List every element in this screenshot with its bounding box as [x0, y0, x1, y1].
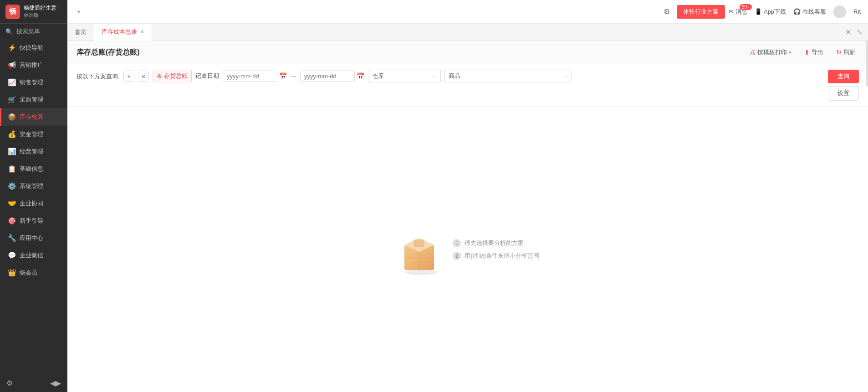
tab-inventory-ledger[interactable]: 库存成本总账 ✕ — [94, 24, 152, 41]
message-button[interactable]: ✉ 消息 99+ — [729, 8, 747, 16]
user-avatar[interactable] — [833, 5, 846, 18]
sidebar-item-guide[interactable]: 🎯 新手引导 — [0, 212, 67, 229]
settings-footer-icon[interactable]: ⚙ — [6, 379, 13, 387]
topbar-right: ✉ 消息 99+ 📱 App下载 🎧 在线客服 Rit — [729, 5, 861, 18]
page-title: 库存总账(存货总账) — [77, 48, 140, 57]
filter-add-button[interactable]: + — [123, 71, 134, 81]
page-header-actions: 🖨 按模板打印 ▾ ⬆ 导出 ↻ 刷新 — [745, 46, 859, 58]
app-logo-icon: 畅 — [5, 5, 20, 19]
sales-icon: 📈 — [8, 78, 16, 87]
app-download-button[interactable]: 📱 App下载 — [755, 8, 786, 16]
main-area: ▾ ⚙ 体验行业方案 ✉ 消息 99+ 📱 App下载 🎧 在线客服 Rit — [67, 0, 868, 392]
date-to-group: 📅 — [300, 71, 364, 82]
sidebar-item-quick-nav[interactable]: ⚡ 快捷导航 — [0, 39, 67, 56]
date-from-input[interactable] — [223, 71, 277, 82]
operation-icon: 📊 — [8, 148, 16, 156]
page-content: 库存总账(存货总账) 🖨 按模板打印 ▾ ⬆ 导出 ↻ 刷新 按以下方案查询 — [67, 41, 868, 392]
username-label: Rit — [853, 8, 861, 15]
audio-footer-icon[interactable]: ◀▶ — [50, 379, 61, 387]
close-panel-icon[interactable]: ✕ — [843, 26, 853, 38]
sidebar-item-operation[interactable]: 📊 经营管理 — [0, 143, 67, 160]
calendar-from-icon[interactable]: 📅 — [279, 72, 287, 80]
print-icon: 🖨 — [749, 49, 756, 56]
sidebar-item-marketing[interactable]: 📢 营销推广 — [0, 56, 67, 74]
sidebar-item-apps[interactable]: 🔧 应用中心 — [0, 229, 67, 247]
expand-icon[interactable]: ⤡ — [855, 26, 864, 38]
sidebar-item-inventory[interactable]: 📦 库存核算 — [0, 108, 67, 126]
search-icon: 🔍 — [5, 28, 13, 35]
topbar: ▾ ⚙ 体验行业方案 ✉ 消息 99+ 📱 App下载 🎧 在线客服 Rit — [67, 0, 868, 24]
tab-bar: 首页 库存成本总账 ✕ ✕ ⤡ — [67, 24, 868, 41]
svg-rect-7 — [414, 239, 424, 247]
tab-home[interactable]: 首页 — [67, 24, 94, 41]
hint-num-2: 2 — [453, 252, 461, 260]
refresh-icon: ↻ — [836, 49, 842, 56]
sidebar-item-purchase[interactable]: 🛒 采购管理 — [0, 91, 67, 108]
empty-content: 1 请先选择要分析的方案 2 用[过滤]条件来缩小分析范围 — [396, 227, 539, 272]
empty-text: 1 请先选择要分析的方案 2 用[过滤]条件来缩小分析范围 — [453, 239, 539, 260]
warehouse-selector[interactable]: 仓库 ··· — [368, 70, 441, 82]
marketing-icon: 📢 — [8, 61, 16, 69]
refresh-button[interactable]: ↻ 刷新 — [832, 46, 859, 58]
sidebar: 畅 畅捷通好生意 标准版 🔍 搜索菜单 ⚡ 快捷导航 📢 营销推广 📈 销售管理… — [0, 0, 67, 392]
member-icon: 👑 — [8, 269, 16, 277]
print-template-button[interactable]: 🖨 按模板打印 ▾ — [745, 46, 795, 58]
filter-scheme-tag[interactable]: ⊕ 存货总账 — [153, 70, 192, 82]
sidebar-item-finance[interactable]: 💰 资金管理 — [0, 126, 67, 143]
export-icon: ⬆ — [804, 49, 810, 56]
quick-nav-icon: ⚡ — [8, 44, 16, 52]
sidebar-item-cooperation[interactable]: 🤝 企业协同 — [0, 195, 67, 212]
filter-bar: 按以下方案查询 + « ⊕ 存货总账 记账日期 📅 — 📅 — [67, 64, 868, 107]
gear-icon: ⚙ — [664, 7, 670, 16]
sidebar-item-member[interactable]: 👑 畅会员 — [0, 264, 67, 281]
sidebar-logo: 畅 畅捷通好生意 标准版 — [0, 0, 67, 24]
message-badge: 99+ — [740, 4, 752, 10]
system-icon: ⚙️ — [8, 182, 16, 190]
basic-icon: 📋 — [8, 165, 16, 173]
resize-handle[interactable] — [866, 41, 868, 87]
page-header: 库存总账(存货总账) 🖨 按模板打印 ▾ ⬆ 导出 ↻ 刷新 — [67, 41, 868, 64]
tab-close-icon[interactable]: ✕ — [140, 29, 144, 35]
product-more-icon: ··· — [563, 73, 568, 79]
date-to-input[interactable] — [300, 71, 355, 82]
cooperation-icon: 🤝 — [8, 199, 16, 208]
mobile-icon: 📱 — [755, 8, 762, 15]
empty-hint-1: 1 请先选择要分析的方案 — [453, 239, 539, 247]
print-arrow-icon: ▾ — [789, 50, 791, 56]
search-menu-item[interactable]: 🔍 搜索菜单 — [0, 24, 67, 39]
filter-controls: + « ⊕ 存货总账 记账日期 📅 — 📅 — [123, 70, 822, 82]
date-from-group: 📅 — [223, 71, 287, 82]
apps-icon: 🔧 — [8, 234, 16, 242]
app-name: 畅捷通好生意 标准版 — [24, 4, 56, 19]
breadcrumb: ▾ — [75, 9, 657, 15]
industry-btn[interactable]: 体验行业方案 — [677, 5, 725, 19]
inventory-icon: 📦 — [8, 113, 16, 121]
wechat-icon: 💬 — [8, 251, 16, 260]
online-service-button[interactable]: 🎧 在线客服 — [793, 8, 826, 16]
date-label: 记账日期 — [195, 72, 219, 80]
date-separator: — — [291, 73, 296, 80]
sidebar-item-system[interactable]: ⚙️ 系统管理 — [0, 178, 67, 195]
scheme-icon: ⊕ — [157, 72, 162, 80]
sidebar-item-sales[interactable]: 📈 销售管理 — [0, 74, 67, 91]
sidebar-footer: ⚙ ◀▶ — [0, 374, 67, 392]
empty-hint-2: 2 用[过滤]条件来缩小分析范围 — [453, 252, 539, 260]
purchase-icon: 🛒 — [8, 96, 16, 104]
sidebar-nav: ⚡ 快捷导航 📢 营销推广 📈 销售管理 🛒 采购管理 📦 库存核算 💰 资金管… — [0, 39, 67, 374]
warehouse-more-icon: ··· — [432, 73, 437, 79]
settings-button[interactable]: 设置 — [828, 86, 859, 101]
query-button[interactable]: 查询 — [828, 70, 859, 83]
empty-state: 1 请先选择要分析的方案 2 用[过滤]条件来缩小分析范围 — [67, 107, 868, 392]
topbar-gear-button[interactable]: ⚙ — [660, 5, 673, 18]
sidebar-item-basic[interactable]: 📋 基础信息 — [0, 160, 67, 178]
calendar-to-icon[interactable]: 📅 — [357, 72, 364, 80]
empty-illustration — [396, 227, 442, 272]
finance-icon: 💰 — [8, 130, 16, 138]
export-button[interactable]: ⬆ 导出 — [801, 46, 827, 58]
filter-label: 按以下方案查询 — [77, 70, 118, 81]
filter-collapse-button[interactable]: « — [138, 71, 149, 81]
product-selector[interactable]: 商品 ··· — [444, 70, 572, 82]
sidebar-item-wechat[interactable]: 💬 企业微信 — [0, 247, 67, 264]
hint-num-1: 1 — [453, 239, 461, 247]
breadcrumb-arrow-icon[interactable]: ▾ — [77, 9, 80, 15]
